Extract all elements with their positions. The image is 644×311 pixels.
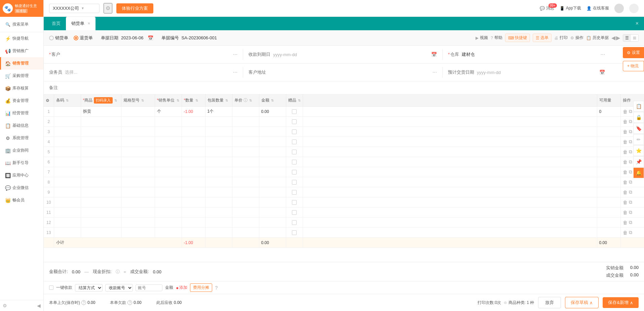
- one-click-checkbox[interactable]: [49, 285, 53, 290]
- notes-value[interactable]: [58, 85, 639, 91]
- save-draft-button[interactable]: 保存草稿 ∧: [565, 297, 599, 308]
- delete-row-button[interactable]: 🗑: [623, 209, 628, 215]
- delete-row-button[interactable]: 🗑: [623, 220, 628, 225]
- gift-checkbox[interactable]: [292, 210, 297, 215]
- row-pkgqty-1[interactable]: 1个: [205, 107, 232, 117]
- row-price-1[interactable]: [232, 107, 259, 117]
- delete-row-button[interactable]: 🗑: [623, 179, 628, 185]
- copy-row-button[interactable]: ⧉: [629, 149, 632, 155]
- float-notification-btn[interactable]: 🔔: [633, 167, 644, 178]
- float-star-btn[interactable]: ⭐: [633, 145, 644, 156]
- copy-row-button[interactable]: ⧉: [629, 169, 632, 175]
- float-clipboard-btn[interactable]: 📋: [633, 101, 644, 112]
- search-menu-item[interactable]: 🔍 搜索菜单: [3, 20, 41, 29]
- float-pin-btn[interactable]: 📌: [633, 156, 644, 167]
- barcode-sort-icon[interactable]: ⇅: [66, 99, 69, 102]
- company-selector[interactable]: XXXXXX公司 ▼: [49, 4, 100, 13]
- delete-row-button[interactable]: 🗑: [623, 159, 628, 165]
- gift-checkbox[interactable]: [292, 119, 297, 124]
- float-bookmark-btn[interactable]: 🔖: [633, 123, 644, 134]
- grid-view-btn[interactable]: ⊞: [631, 35, 638, 41]
- gift-checkbox[interactable]: [292, 180, 297, 185]
- history-action[interactable]: 📋 历史单据: [586, 35, 609, 41]
- prev-doc-icon[interactable]: ◀: [611, 35, 615, 41]
- row-product-1[interactable]: 拆贡: [81, 107, 121, 117]
- delete-row-button[interactable]: 🗑: [623, 149, 628, 155]
- gift-checkbox[interactable]: [292, 230, 297, 235]
- sidebar-item-finance[interactable]: 💰 资金管理: [0, 94, 43, 107]
- radio-sale-order[interactable]: 销货单: [49, 35, 68, 41]
- abandon-button[interactable]: 放弃: [538, 297, 561, 308]
- due-date-calendar-icon[interactable]: 📅: [431, 52, 437, 57]
- copy-row-button[interactable]: ⧉: [629, 189, 632, 195]
- sidebar-item-member[interactable]: 👑 畅会员: [0, 194, 43, 206]
- next-doc-icon[interactable]: ▶: [616, 35, 620, 41]
- save-new-button[interactable]: 保存&新增 ∧: [603, 297, 639, 308]
- tab-home[interactable]: 首页: [46, 17, 66, 30]
- gift-checkbox[interactable]: [292, 220, 297, 225]
- copy-row-button[interactable]: ⧉: [629, 139, 632, 145]
- scan-button[interactable]: 扫码录入: [94, 97, 113, 104]
- sidebar-item-marketing[interactable]: 📢 营销推广: [0, 45, 43, 57]
- pkgqty-sort-icon[interactable]: ⇅: [225, 99, 228, 102]
- copy-row-button[interactable]: ⧉: [629, 159, 632, 165]
- delete-row-button[interactable]: 🗑: [623, 189, 628, 195]
- help-action[interactable]: ? 帮助: [491, 35, 502, 41]
- delete-row-button[interactable]: 🗑: [623, 129, 628, 134]
- spec-sort-icon[interactable]: ⇅: [141, 99, 144, 102]
- sidebar-item-apps[interactable]: 🔲 应用中心: [0, 169, 43, 182]
- radio-return-order[interactable]: 退货单: [74, 35, 93, 41]
- sidebar-item-system[interactable]: ⚙ 系统管理: [0, 132, 43, 144]
- product-sort-icon[interactable]: ⇅: [114, 99, 117, 102]
- sidebar-item-guide[interactable]: 📖 新手引导: [0, 157, 43, 169]
- sidebar-item-inventory[interactable]: 📦 库存核算: [0, 82, 43, 94]
- expense-button[interactable]: 费用分摊: [190, 283, 212, 292]
- delete-row-button[interactable]: 🗑: [623, 169, 628, 175]
- delete-row-button[interactable]: 🗑: [623, 199, 628, 205]
- row-amount-1[interactable]: 0.00: [259, 107, 286, 117]
- row-unit-1[interactable]: 个: [155, 107, 182, 117]
- warehouse-dots[interactable]: ···: [601, 51, 605, 57]
- delete-row-1-button[interactable]: 🗑: [623, 109, 628, 114]
- salesperson-dots[interactable]: ···: [233, 69, 237, 75]
- user-avatar[interactable]: [614, 4, 624, 13]
- video-action[interactable]: ▶ 视频: [476, 35, 488, 41]
- date-calendar-icon[interactable]: 📅: [148, 35, 153, 41]
- qty-sort-icon[interactable]: ⇅: [195, 99, 198, 102]
- sidebar-item-wechat[interactable]: 💬 企业微信: [0, 182, 43, 194]
- header-settings-button[interactable]: ⚙: [104, 3, 112, 13]
- tab-sales-order[interactable]: 销货单 ×: [66, 17, 96, 30]
- float-edit-btn[interactable]: ✏: [633, 134, 644, 145]
- gift-checkbox-1[interactable]: [292, 109, 297, 114]
- copy-row-button[interactable]: ⧉: [629, 199, 632, 205]
- payment-help-icon[interactable]: ?: [215, 285, 218, 290]
- trial-button[interactable]: 体验行业方案: [116, 3, 153, 13]
- copy-row-button[interactable]: ⧉: [629, 179, 632, 185]
- sidebar-item-operation[interactable]: 📊 经营管理: [0, 107, 43, 119]
- copy-row-button[interactable]: ⧉: [629, 209, 632, 215]
- logistics-button[interactable]: + 物流: [623, 61, 644, 71]
- tab-close-icon[interactable]: ×: [88, 21, 90, 26]
- copy-row-button[interactable]: ⧉: [629, 230, 632, 235]
- print-action[interactable]: 🖨 打印: [554, 35, 568, 41]
- float-lock-btn[interactable]: 🔒: [633, 112, 644, 123]
- online-service-action[interactable]: 👤 在线客服: [586, 5, 609, 11]
- select-btn[interactable]: ☰ 选单: [533, 34, 552, 42]
- delete-row-button[interactable]: 🗑: [623, 119, 628, 124]
- sidebar-item-enterprise[interactable]: 🏢 企业协同: [0, 144, 43, 157]
- sidebar-item-quick-nav[interactable]: ⚡ 快捷导航: [0, 32, 43, 45]
- copy-row-1-button[interactable]: ⧉: [629, 109, 632, 114]
- sidebar-item-purchase[interactable]: 🛒 采购管理: [0, 70, 43, 82]
- payment-account-input[interactable]: [136, 284, 162, 291]
- table-settings-icon[interactable]: ⚙: [46, 98, 49, 103]
- user-avatar-2[interactable]: [629, 4, 639, 13]
- list-view-btn[interactable]: ☰: [623, 35, 631, 41]
- operation-action[interactable]: ⚙ 操作: [570, 35, 583, 41]
- settings-orange-button[interactable]: ⚙ 设置: [623, 47, 644, 58]
- sidebar-item-basic[interactable]: 📋 基础信息: [0, 119, 43, 132]
- payment-method-select[interactable]: 结算方式: [75, 284, 103, 291]
- delivery-date-calendar-icon[interactable]: 📅: [599, 70, 605, 75]
- customer-dots[interactable]: ···: [233, 51, 237, 57]
- copy-row-button[interactable]: ⧉: [629, 220, 632, 225]
- price-sort-icon[interactable]: ⇅: [249, 99, 252, 102]
